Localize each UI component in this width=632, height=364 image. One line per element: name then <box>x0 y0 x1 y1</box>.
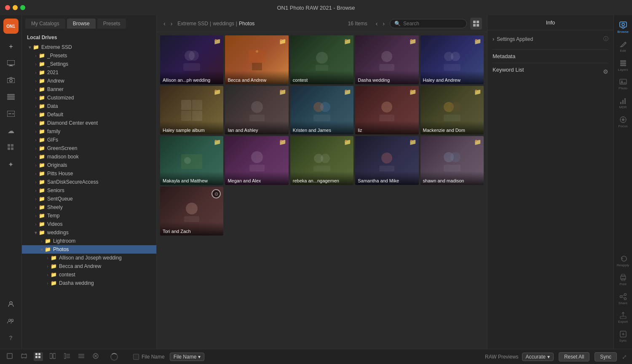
tree-item-family[interactable]: › 📁 family <box>22 127 156 136</box>
tree-item-customized[interactable]: › 📁 Customized <box>22 94 156 102</box>
search-input[interactable] <box>403 21 462 27</box>
sun-icon[interactable]: ✦ <box>3 157 19 172</box>
tree-item-data[interactable]: › 📁 Data <box>22 102 156 110</box>
toggle-allison[interactable]: › <box>45 255 51 261</box>
grid-item-kristen-james[interactable]: 📁 Kristen and James <box>290 86 353 135</box>
tree-item-becca-andrew[interactable]: › 📁 Becca and Andrew <box>22 262 156 270</box>
reject-view-button[interactable] <box>91 352 100 361</box>
minimize-button[interactable] <box>13 5 18 10</box>
toggle-temp[interactable]: › <box>33 213 39 219</box>
prev-page-button[interactable]: ‹ <box>374 19 380 28</box>
tree-item-allison-joseph[interactable]: › 📁 Allison and Joseph wedding <box>22 254 156 262</box>
tree-item-extreme-ssd[interactable]: ▼ 📁 Extreme SSD <box>22 43 156 51</box>
grid-item-allison[interactable]: 📁 Allison an...ph wedding <box>160 35 223 84</box>
tree-item-pitts[interactable]: › 📁 Pitts House <box>22 169 156 178</box>
camera-icon[interactable] <box>3 72 19 88</box>
toggle-lightroom[interactable]: › <box>39 238 45 244</box>
detail-view-button[interactable] <box>62 352 72 361</box>
toggle-default[interactable]: › <box>33 112 39 118</box>
toggle-presets[interactable]: › <box>33 53 39 59</box>
list-view-button[interactable] <box>77 352 86 361</box>
tree-item-greenscreen[interactable]: › 📁 GreenScreen <box>22 144 156 153</box>
next-page-button[interactable]: › <box>381 19 386 28</box>
tree-item-default[interactable]: › 📁 Default <box>22 110 156 119</box>
tree-item-contest[interactable]: › 📁 contest <box>22 270 156 279</box>
tree-item-seniors[interactable]: › 📁 Seniors <box>22 186 156 195</box>
grid-item-shawn-madison[interactable]: 📁 shawn and madison <box>420 136 484 185</box>
toggle-data[interactable]: › <box>33 103 39 109</box>
tree-item-andrew[interactable]: › 📁 Andrew <box>22 77 156 85</box>
toggle-becca[interactable]: › <box>45 263 51 269</box>
toggle-extreme-ssd[interactable]: ▼ <box>27 44 33 50</box>
reset-all-button[interactable]: Reset All <box>559 352 589 361</box>
forward-button[interactable]: › <box>169 19 174 28</box>
grid-item-dasha[interactable]: 📁 Dasha wedding <box>355 35 418 84</box>
tree-item-presets[interactable]: › 📁 _Presets <box>22 51 156 60</box>
grid-item-tori-zach[interactable]: ⊙ Tori and Zach <box>160 187 223 236</box>
grid-item-haley-sample[interactable]: 📁 Haley sample album <box>160 86 223 135</box>
tree-item-madison[interactable]: › 📁 madison book <box>22 153 156 161</box>
tree-item-2021[interactable]: › 📁 2021 <box>22 68 156 77</box>
export-right-icon[interactable]: Export <box>616 308 631 327</box>
tree-item-originals[interactable]: › 📁 Originals <box>22 161 156 169</box>
toggle-diamond[interactable]: › <box>33 120 39 126</box>
toggle-weddings[interactable]: ▼ <box>33 230 39 236</box>
single-view-button[interactable] <box>5 352 14 361</box>
grid-item-becca[interactable]: 📁 Becca and Andrew <box>225 35 288 84</box>
back-button[interactable]: ‹ <box>162 19 167 28</box>
toggle-contest[interactable]: › <box>45 272 51 278</box>
layers-right-icon[interactable]: Layers <box>616 56 631 75</box>
toggle-madison[interactable]: › <box>33 154 39 160</box>
toggle-greenscreen[interactable]: › <box>33 145 39 151</box>
accurate-dropdown[interactable]: Accurate ▾ <box>522 353 554 361</box>
toggle-photos[interactable]: ▼ <box>39 246 45 252</box>
tree-item-sentqueue[interactable]: › 📁 SentQueue <box>22 195 156 203</box>
maximize-button[interactable] <box>20 5 25 10</box>
settings-toggle[interactable]: › <box>493 36 494 42</box>
grid-icon[interactable] <box>3 140 19 155</box>
grid-item-ian-ashley[interactable]: 📁 Ian and Ashley <box>225 86 288 135</box>
film-view-button[interactable] <box>19 352 29 361</box>
info-tab[interactable]: Info <box>546 19 555 26</box>
tree-item-lightroom[interactable]: › 📁 Lightroom <box>22 237 156 245</box>
toggle-andrew[interactable]: › <box>33 78 39 84</box>
expand-button[interactable]: ⤢ <box>622 353 627 360</box>
compare-view-button[interactable] <box>48 352 57 361</box>
breadcrumb-photos[interactable]: Photos <box>239 21 254 27</box>
breadcrumb-extreme-ssd[interactable]: Extreme SSD <box>177 21 208 27</box>
keyword-gear-button[interactable]: ⚙ <box>603 68 608 75</box>
close-button[interactable] <box>5 5 10 10</box>
group-icon[interactable] <box>3 313 19 329</box>
tree-item-weddings[interactable]: ▼ 📁 weddings <box>22 228 156 237</box>
grid-item-liz[interactable]: 📁 liz <box>355 86 418 135</box>
toggle-settings[interactable]: › <box>33 61 39 67</box>
toggle-sheely[interactable]: › <box>33 204 39 210</box>
reapply-right-icon[interactable]: Reapply <box>616 252 631 270</box>
toggle-originals[interactable]: › <box>33 162 39 168</box>
photo-right-icon[interactable]: Photo <box>616 75 631 93</box>
grid-item-haley-andrew[interactable]: 📁 Haley and Andrew <box>420 35 484 84</box>
browse-right-icon[interactable]: Browse <box>616 19 631 37</box>
breadcrumb-weddings[interactable]: weddings <box>213 21 234 27</box>
help-icon[interactable]: ? <box>3 330 19 345</box>
tree-item-gifs[interactable]: › 📁 GIFs <box>22 136 156 144</box>
hdd-icon[interactable] <box>3 106 19 121</box>
grid-item-rebeka[interactable]: 📁 rebeka an...ngagemen <box>290 136 353 185</box>
sync-button[interactable]: Sync <box>595 352 617 361</box>
screen-icon[interactable] <box>3 56 19 71</box>
toggle-family[interactable]: › <box>33 128 39 134</box>
sync-right-icon[interactable]: Sync <box>616 327 631 345</box>
toggle-2021[interactable]: › <box>33 70 39 75</box>
toggle-seniors[interactable]: › <box>33 187 39 193</box>
grid-item-mackenzie-dom[interactable]: 📁 Mackenzie and Dom <box>420 86 484 135</box>
grid-item-samantha-mike[interactable]: 📁 Samantha and Mike <box>355 136 418 185</box>
layers-icon[interactable] <box>3 89 19 104</box>
tree-item-sheely[interactable]: › 📁 Sheely <box>22 203 156 211</box>
edit-right-icon[interactable]: Edit <box>616 37 631 56</box>
grid-item-contest[interactable]: 📁 contest <box>290 35 353 84</box>
grid-view-bottom-button[interactable] <box>34 352 43 361</box>
filename-dropdown[interactable]: File Name ▾ <box>170 353 205 361</box>
toggle-videos[interactable]: › <box>33 221 39 227</box>
tab-presets[interactable]: Presets <box>97 19 126 29</box>
toggle-sandisk[interactable]: › <box>33 179 39 185</box>
